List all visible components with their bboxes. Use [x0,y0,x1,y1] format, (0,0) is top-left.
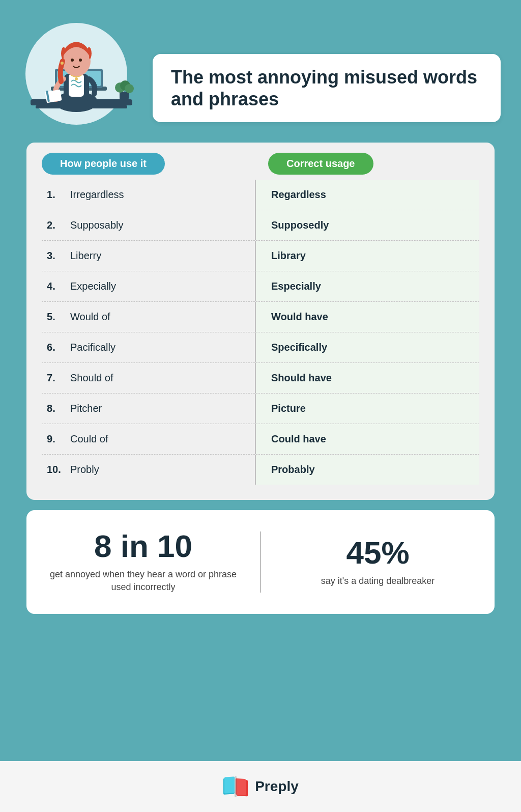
preply-logo: Preply [222,776,299,797]
correct-cell: Especially [256,271,479,301]
svg-rect-16 [120,92,129,99]
incorrect-word: Probly [70,464,99,475]
correct-cell: Specifically [256,332,479,362]
incorrect-cell: 2. Supposably [42,210,256,240]
incorrect-cell: 9. Could of [42,424,256,454]
incorrect-word: Irregardless [70,189,124,201]
incorrect-word: Would of [70,311,110,323]
col-left-header: How people use it [42,153,253,175]
row-number: 8. [47,403,67,414]
svg-point-11 [71,59,74,62]
correct-cell: Library [256,241,479,271]
incorrect-cell: 10. Probly [42,455,256,485]
table-row: 8. Pitcher Picture [42,394,479,424]
stat-right-description: say it's a dating dealbreaker [321,575,435,587]
row-number: 6. [47,342,67,353]
illustration-area [20,20,148,132]
stat-left-description: get annoyed when they hear a word or phr… [47,568,240,594]
correct-word: Picture [271,403,306,414]
incorrect-cell: 3. Liberry [42,241,256,271]
table-row: 6. Pacifically Specifically [42,332,479,363]
svg-point-20 [75,77,78,80]
row-number: 4. [47,281,67,292]
header-section: The most annoying misused words and phra… [0,0,521,132]
stat-left: 8 in 10 get annoyed when they hear a wor… [26,510,260,614]
incorrect-word: Expecially [70,281,116,292]
incorrect-word: Supposably [70,219,124,231]
stat-right: 45% say it's a dating dealbreaker [261,517,495,608]
correct-word: Could have [271,433,326,445]
correct-cell: Probably [256,455,479,485]
table-row: 10. Probly Probably [42,455,479,485]
title-box: The most annoying misused words and phra… [153,54,501,122]
svg-rect-22 [224,776,235,793]
stat-left-number: 8 in 10 [94,530,192,562]
correct-cell: Would have [256,302,479,332]
svg-point-12 [79,59,82,62]
correct-cell: Picture [256,394,479,424]
incorrect-word: Should of [70,372,113,384]
column-headers: How people use it Correct usage [26,143,495,180]
row-number: 1. [47,189,67,201]
correct-word: Would have [271,311,328,323]
svg-point-19 [125,84,134,93]
svg-rect-25 [235,776,237,797]
correct-word: Probably [271,464,315,475]
table-row: 1. Irregardless Regardless [42,180,479,210]
table-row: 5. Would of Would have [42,302,479,332]
rows-container: 1. Irregardless Regardless 2. Supposably… [26,180,495,485]
table-row: 2. Supposably Supposedly [42,210,479,241]
table-row: 3. Liberry Library [42,241,479,271]
correct-cell: Regardless [256,180,479,210]
incorrect-column-header: How people use it [42,153,165,175]
row-number: 9. [47,433,67,445]
main-table-card: How people use it Correct usage 1. Irreg… [26,143,495,500]
correct-cell: Could have [256,424,479,454]
incorrect-cell: 1. Irregardless [42,180,256,210]
correct-word: Supposedly [271,219,329,231]
row-number: 3. [47,250,67,262]
incorrect-word: Could of [70,433,108,445]
table-row: 9. Could of Could have [42,424,479,455]
incorrect-cell: 6. Pacifically [42,332,256,362]
correct-column-header: Correct usage [268,153,373,175]
correct-word: Regardless [271,189,326,201]
stats-card: 8 in 10 get annoyed when they hear a wor… [26,510,495,614]
table-row: 7. Should of Should have [42,363,479,394]
col-right-header: Correct usage [253,153,479,175]
page-title: The most annoying misused words and phra… [171,66,482,110]
row-number: 7. [47,372,67,384]
incorrect-cell: 5. Would of [42,302,256,332]
footer: Preply [0,761,521,812]
correct-word: Library [271,250,306,262]
correct-cell: Should have [256,363,479,393]
incorrect-cell: 4. Expecially [42,271,256,301]
correct-word: Should have [271,372,332,384]
incorrect-cell: 7. Should of [42,363,256,393]
preply-logo-icon [222,776,249,797]
brand-name: Preply [255,778,299,795]
correct-word: Especially [271,281,321,292]
table-row: 4. Expecially Especially [42,271,479,302]
row-number: 5. [47,311,67,323]
svg-rect-24 [236,778,246,795]
svg-point-13 [61,62,64,65]
incorrect-cell: 8. Pitcher [42,394,256,424]
stat-right-number: 45% [346,537,409,569]
correct-word: Specifically [271,342,327,353]
incorrect-word: Pacifically [70,342,115,353]
row-number: 10. [47,464,67,475]
incorrect-word: Pitcher [70,403,102,414]
correct-cell: Supposedly [256,210,479,240]
row-number: 2. [47,219,67,231]
incorrect-word: Liberry [70,250,101,262]
